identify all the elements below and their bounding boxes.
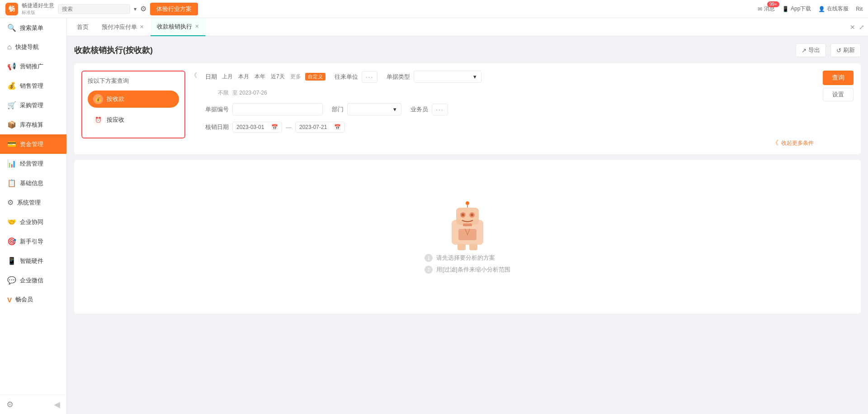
user-item[interactable]: Rit [856,6,863,12]
doc-no-input[interactable] [232,103,323,115]
page-header-actions: ↗ 导出 ↺ 刷新 [796,43,861,57]
sidebar-item-sales[interactable]: 💰 销售管理 [0,76,66,95]
date-this-month[interactable]: 本月 [237,72,250,81]
tabs-bar: 首页 预付冲应付单 ✕ 收款核销执行 ✕ ✕ ⤢ [67,18,868,36]
svg-point-5 [471,214,473,216]
wechat-icon: 💬 [7,276,16,285]
tip-1-text: 请先选择要分析的方案 [436,254,495,262]
query-actions: 查询 设置 [823,71,854,101]
date-range-separator: — [286,124,292,131]
search-input[interactable] [58,4,130,14]
message-item[interactable]: ✉ 消息 99+ [758,5,775,13]
counterpart-label: 往来单位 [335,73,358,81]
tip-2-text: 用[过滤]条件来缩小分析范围 [436,266,510,274]
verify-date-label: 核销日期 [205,123,229,131]
page-content: 收款核销执行(按收款) ↗ 导出 ↺ 刷新 按以下方 [67,36,868,414]
sidebar-item-hardware[interactable]: 📱 智能硬件 [0,251,66,271]
sidebar-item-finance[interactable]: 💳 资金管理 [0,134,66,154]
solution-button[interactable]: 体验行业方案 [150,3,198,15]
tip-1-num: 1 [425,254,433,262]
tab-close-receipts[interactable]: ✕ [195,24,199,29]
sidebar-item-wechat[interactable]: 💬 企业微信 [0,271,66,290]
tab-prepay[interactable]: 预付冲应付单 ✕ [95,18,151,36]
tab-home[interactable]: 首页 [71,18,95,36]
dropdown-icon[interactable]: ▾ [134,6,137,12]
sidebar-collapse-icon[interactable]: ◀ [54,400,60,409]
query-form: 日期 上月 本月 本年 近7天 更多 自定义 [205,71,854,147]
close-window-icon[interactable]: ✕ [850,24,855,31]
counterpart-picker[interactable]: ··· [362,71,378,83]
collapse-chevron-icon: 《 [772,139,778,147]
username: Rit [856,6,863,12]
main-layout: 🔍 搜索菜单 ⌂ 快捷导航 📢 营销推广 💰 销售管理 🛒 采购管理 📦 库存核… [0,18,868,414]
sidebar-item-guide[interactable]: 🎯 新手引导 [0,232,66,251]
sidebar-item-inventory[interactable]: 📦 库存核算 [0,115,66,134]
operation-icon: 📊 [7,159,16,168]
service-icon: 👤 [818,6,825,12]
page-header: 收款核销执行(按收款) ↗ 导出 ↺ 刷新 [74,43,861,57]
receipt-option-icon: 💰 [93,94,103,104]
date-this-year[interactable]: 本年 [253,72,267,81]
svg-point-4 [462,214,464,216]
expand-window-icon[interactable]: ⤢ [859,24,864,31]
sidebar-item-enterprise[interactable]: 🤝 企业协同 [0,212,66,232]
staff-picker[interactable]: ··· [432,104,448,115]
dept-select[interactable]: ▾ [347,103,401,115]
date-to-text: 至 2023-07-26 [232,89,267,97]
dept-label: 部门 [332,105,344,114]
dept-chevron-icon: ▾ [393,106,396,113]
date-more[interactable]: 更多 [289,72,302,81]
enterprise-icon: 🤝 [7,218,16,226]
svg-rect-11 [469,244,477,250]
app-icon: 📱 [782,6,789,12]
message-badge: 99+ [767,1,779,7]
sales-icon: 💰 [7,81,16,90]
refresh-button[interactable]: ↺ 刷新 [830,43,861,57]
empty-tip-2: 2 用[过滤]条件来缩小分析范围 [425,266,510,274]
sidebar-item-marketing[interactable]: 📢 营销推广 [0,57,66,76]
basic-info-icon: 📋 [7,179,16,187]
verify-date-start[interactable]: 2023-03-01 📅 [232,122,282,133]
settings-button[interactable]: 设置 [823,88,854,101]
calendar-end-icon: 📅 [334,124,341,130]
inventory-icon: 📦 [7,120,16,129]
sidebar-item-basic-info[interactable]: 📋 基础信息 [0,173,66,193]
brand-name: 畅捷通好生意 [22,2,54,10]
collapse-more-section[interactable]: 《 收起更多条件 [205,139,814,147]
filter-collapse-button[interactable]: 《 [188,71,200,81]
filter-option-receipt[interactable]: 💰 按收款 [88,90,179,108]
service-item[interactable]: 👤 在线客服 [818,5,849,13]
date-custom-badge[interactable]: 自定义 [305,73,326,81]
message-icon: ✉ [758,6,762,12]
page-title: 收款核销执行(按收款) [74,45,153,56]
empty-state: 1 请先选择要分析的方案 2 用[过滤]条件来缩小分析范围 [74,160,861,314]
tab-receipts[interactable]: 收款核销执行 ✕ [151,18,206,36]
date-7days[interactable]: 近7天 [269,72,286,81]
verify-date-end[interactable]: 2023-07-21 📅 [295,122,345,133]
search-icon: 🔍 [7,24,16,32]
app-download-item[interactable]: 📱 App下载 [782,5,811,13]
query-button[interactable]: 查询 [823,71,854,85]
svg-point-7 [466,201,469,205]
staff-label: 业务员 [410,105,428,114]
svg-rect-10 [458,244,466,250]
sidebar-settings-icon[interactable]: ⚙ [6,400,14,409]
sidebar-item-system[interactable]: ⚙ 系统管理 [0,193,66,212]
topbar-left: 畅 畅捷通好生意 标准版 ▾ ⚙ 体验行业方案 [5,2,198,16]
date-label: 日期 [205,73,217,81]
query-row-2: 单据编号 部门 ▾ [205,103,814,115]
export-button[interactable]: ↗ 导出 [796,43,826,57]
guide-icon: 🎯 [7,237,16,246]
gear-icon[interactable]: ⚙ [140,5,146,13]
sidebar-item-purchase[interactable]: 🛒 采购管理 [0,95,66,115]
query-row-3: 核销日期 2023-03-01 📅 — 2023-07-21 📅 [205,122,814,133]
filter-option-receivable[interactable]: ⏰ 按应收 [88,111,179,128]
doc-type-select[interactable]: ▾ [414,71,481,83]
sidebar-item-operation[interactable]: 📊 经营管理 [0,154,66,173]
sidebar-item-member[interactable]: V 畅会员 [0,290,66,309]
date-last-month[interactable]: 上月 [221,72,234,81]
sidebar-item-search[interactable]: 🔍 搜索菜单 [0,18,66,38]
tab-close-prepay[interactable]: ✕ [140,24,144,30]
sidebar-item-quick-nav[interactable]: ⌂ 快捷导航 [0,38,66,57]
doc-no-field: 单据编号 [205,103,323,115]
